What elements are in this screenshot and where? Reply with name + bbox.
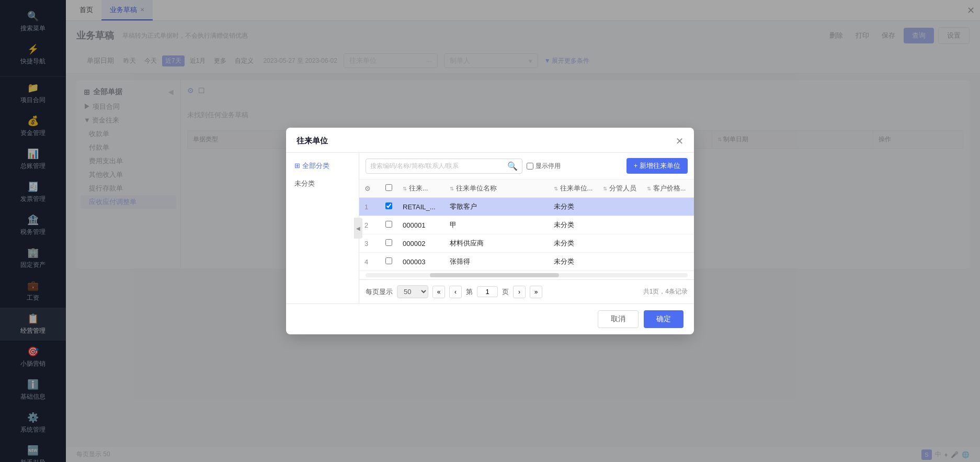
- cell-price: [642, 198, 694, 216]
- row-checkbox[interactable]: [385, 257, 392, 264]
- cell-check[interactable]: [380, 234, 397, 253]
- page-input[interactable]: [477, 286, 498, 297]
- cell-name: 张筛得: [445, 253, 549, 271]
- grid-icon: ⊞: [294, 162, 302, 170]
- modal-overlay: 往来单位 ✕ ⊞ 全部分类 未分类 ◀: [0, 0, 980, 462]
- cell-name: 零散客户: [445, 198, 549, 216]
- modal-body: ⊞ 全部分类 未分类 ◀ 🔍 显示停用: [286, 153, 694, 303]
- modal-close-button[interactable]: ✕: [676, 137, 683, 146]
- modal-sidebar: ⊞ 全部分类 未分类 ◀: [286, 153, 359, 303]
- unit-table: ⚙ ⇅ 往来... ⇅ 往来单位名称: [359, 179, 694, 271]
- cell-price: [642, 216, 694, 234]
- cell-category: 未分类: [549, 253, 598, 271]
- page-of-label: 第: [466, 287, 473, 297]
- modal-sidebar-collapse-btn[interactable]: ◀: [354, 218, 362, 239]
- cell-no: 3: [359, 234, 380, 253]
- cell-check[interactable]: [380, 253, 397, 271]
- cell-name: 材料供应商: [445, 234, 549, 253]
- cell-person: [598, 253, 642, 271]
- cell-person: [598, 216, 642, 234]
- search-input-wrap: 🔍: [366, 159, 522, 174]
- modal-pagination: 每页显示 50 20 100 « ‹ 第 页 › » 共1页，4条记录: [359, 279, 694, 303]
- table-row[interactable]: 2 000001 甲 未分类: [359, 216, 694, 234]
- cell-price: [642, 234, 694, 253]
- cell-no: 2: [359, 216, 380, 234]
- table-row[interactable]: 4 000003 张筛得 未分类: [359, 253, 694, 271]
- gear-icon[interactable]: ⚙: [364, 185, 371, 193]
- modal-sidebar-uncategorized[interactable]: 未分类: [286, 175, 359, 193]
- th-price: ⇅ 客户价格...: [642, 179, 694, 198]
- table-row[interactable]: 1 RETAIL_... 零散客户 未分类: [359, 198, 694, 216]
- cancel-button[interactable]: 取消: [598, 310, 639, 328]
- select-all-checkbox[interactable]: [385, 184, 392, 191]
- next-page-btn[interactable]: ›: [513, 286, 526, 298]
- modal: 往来单位 ✕ ⊞ 全部分类 未分类 ◀: [286, 128, 694, 334]
- cell-code: RETAIL_...: [397, 198, 445, 216]
- th-check: [380, 179, 397, 198]
- modal-footer: 取消 确定: [286, 303, 694, 334]
- cell-category: 未分类: [549, 234, 598, 253]
- show-disabled-label[interactable]: 显示停用: [527, 162, 561, 171]
- cell-no: 1: [359, 198, 380, 216]
- th-code: ⇅ 往来...: [397, 179, 445, 198]
- horizontal-scrollbar[interactable]: [366, 273, 688, 277]
- cell-person: [598, 198, 642, 216]
- modal-main: 🔍 显示停用 + 新增往来单位 ⚙: [359, 153, 694, 303]
- page-label: 页: [502, 287, 509, 297]
- th-person: ⇅ 分管人员: [598, 179, 642, 198]
- cell-person: [598, 234, 642, 253]
- modal-header: 往来单位 ✕: [286, 128, 694, 153]
- page-size-select[interactable]: 50 20 100: [397, 285, 428, 298]
- page-size-label: 每页显示: [366, 287, 393, 297]
- add-unit-button[interactable]: + 新增往来单位: [626, 158, 688, 174]
- modal-sidebar-all[interactable]: ⊞ 全部分类: [286, 157, 359, 175]
- cell-category: 未分类: [549, 198, 598, 216]
- cell-code: 000001: [397, 216, 445, 234]
- first-page-btn[interactable]: «: [432, 286, 445, 298]
- cell-no: 4: [359, 253, 380, 271]
- show-disabled-checkbox[interactable]: [527, 163, 533, 170]
- page-total: 共1页，4条记录: [643, 287, 688, 296]
- cell-code: 000002: [397, 234, 445, 253]
- row-checkbox[interactable]: [385, 202, 392, 209]
- modal-toolbar: 🔍 显示停用 + 新增往来单位: [359, 153, 694, 179]
- modal-title: 往来单位: [297, 136, 328, 146]
- confirm-button[interactable]: 确定: [644, 310, 683, 328]
- cell-check[interactable]: [380, 198, 397, 216]
- th-no: ⚙: [359, 179, 380, 198]
- last-page-btn[interactable]: »: [530, 286, 542, 298]
- cell-category: 未分类: [549, 216, 598, 234]
- search-input[interactable]: [370, 162, 507, 170]
- search-icon: 🔍: [507, 161, 518, 171]
- prev-page-btn[interactable]: ‹: [449, 286, 462, 298]
- scrollbar-thumb: [430, 273, 559, 277]
- row-checkbox[interactable]: [385, 221, 392, 228]
- table-row[interactable]: 3 000002 材料供应商 未分类: [359, 234, 694, 253]
- row-checkbox[interactable]: [385, 239, 392, 246]
- cell-name: 甲: [445, 216, 549, 234]
- th-category: ⇅ 往来单位...: [549, 179, 598, 198]
- cell-check[interactable]: [380, 216, 397, 234]
- modal-table: ⚙ ⇅ 往来... ⇅ 往来单位名称: [359, 179, 694, 271]
- cell-price: [642, 253, 694, 271]
- cell-code: 000003: [397, 253, 445, 271]
- th-name: ⇅ 往来单位名称: [445, 179, 549, 198]
